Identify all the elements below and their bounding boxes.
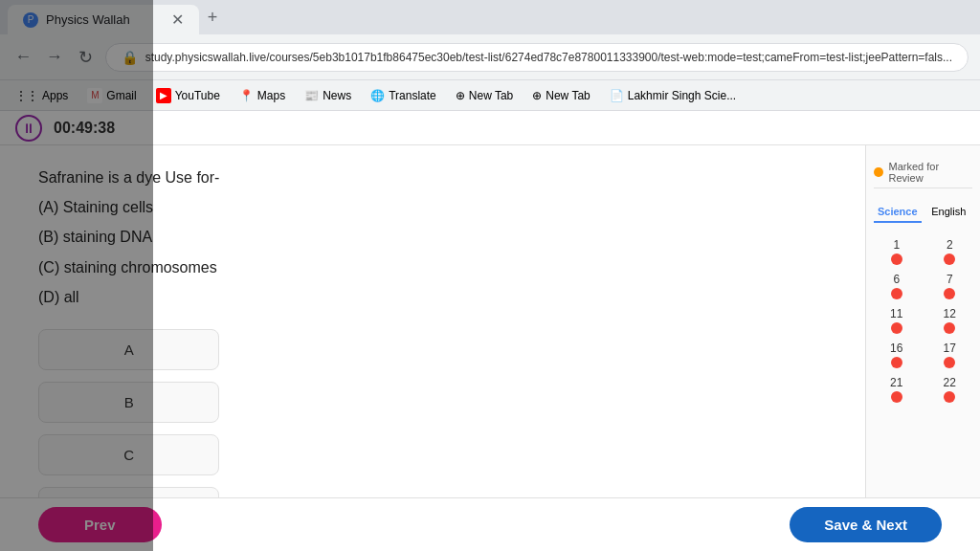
forward-button[interactable]: → [43,44,67,71]
marked-for-review-label: Marked for Review [889,161,972,184]
q-dot-22 [944,391,955,403]
q-num-17[interactable]: 17 [927,342,973,368]
gmail-label: Gmail [106,89,136,102]
newtab2-icon: ⊕ [532,89,542,102]
right-panel: Marked for Review Science English 1 2 [865,145,980,497]
translate-icon: 🌐 [370,89,385,102]
option-b-text: (B) staining DNA [38,224,219,250]
q-num-21[interactable]: 21 [874,376,920,403]
q-dot-11 [891,322,902,334]
option-d-text: (D) all [38,284,219,310]
q-dot-17 [944,357,955,368]
q-num-22[interactable]: 22 [927,376,973,403]
bookmark-youtube[interactable]: ▶ YouTube [148,86,228,105]
option-a-text: (A) Staining cells [38,194,219,220]
prev-button[interactable]: Prev [38,507,162,542]
refresh-button[interactable]: ↻ [74,44,98,71]
review-dot [874,167,883,177]
youtube-label: YouTube [175,89,220,102]
bookmark-newtab1[interactable]: ⊕ New Tab [448,87,521,104]
question-number-grid: 1 2 6 7 11 [874,238,972,403]
q-dot-12 [944,322,955,334]
q-dot-2 [944,253,955,265]
tab-close-btn[interactable]: ✕ [171,11,184,29]
url-text: study.physicswallah.live/courses/5eb3b10… [145,51,952,64]
q-num-7[interactable]: 7 [927,273,973,299]
q-dot-7 [944,288,955,299]
bookmark-apps[interactable]: ⋮⋮ Apps [8,87,76,104]
q-num-6[interactable]: 6 [874,273,920,299]
q-num-11[interactable]: 11 [874,307,920,334]
translate-label: Translate [389,89,436,102]
apps-label: Apps [42,89,68,102]
q-dot-6 [891,288,902,299]
newtab1-label: New Tab [469,89,513,102]
q-dot-21 [891,391,902,403]
q-dot-1 [891,253,902,265]
tab-favicon: P [23,12,38,28]
tab-title: Physics Wallah [46,12,130,27]
review-header: Marked for Review [874,157,972,188]
active-tab[interactable]: P Physics Wallah ✕ [8,5,199,34]
address-bar[interactable]: 🔒 study.physicswallah.live/courses/5eb3b… [105,43,969,72]
answer-option-a[interactable]: A [38,329,219,370]
maps-icon: 📍 [239,89,254,102]
newtab1-icon: ⊕ [456,89,465,102]
bookmark-lakhmir[interactable]: 📄 Lakhmir Singh Scie... [602,87,744,104]
bookmark-news[interactable]: 📰 News [297,87,359,104]
back-button[interactable]: ← [11,44,35,71]
lock-icon: 🔒 [122,50,138,65]
news-label: News [323,89,351,102]
answer-option-b[interactable]: B [38,382,219,423]
new-tab-button[interactable]: + [199,4,226,31]
q-num-16[interactable]: 16 [874,342,920,368]
q-num-12[interactable]: 12 [927,307,973,334]
lakhmir-label: Lakhmir Singh Scie... [628,89,736,102]
bookmark-newtab2[interactable]: ⊕ New Tab [524,87,597,104]
maps-label: Maps [257,89,285,102]
bookmarks-bar: ⋮⋮ Apps M Gmail ▶ YouTube 📍 Maps 📰 News … [0,80,980,111]
youtube-icon: ▶ [156,88,171,103]
q-num-2[interactable]: 2 [927,238,973,265]
save-next-button[interactable]: Save & Next [790,507,942,542]
timer-display: 00:49:38 [54,120,115,137]
option-c-text: (C) staining chromosomes [38,254,219,280]
gmail-icon: M [87,88,102,103]
apps-icon: ⋮⋮ [15,89,38,102]
lakhmir-icon: 📄 [610,89,624,102]
answer-option-d[interactable]: D [38,487,219,497]
news-icon: 📰 [304,89,319,102]
timer-bar: ⏸ 00:49:38 [0,111,980,145]
subject-tabs: Science English [874,202,972,223]
bookmark-translate[interactable]: 🌐 Translate [363,87,444,104]
tab-english[interactable]: English [925,202,973,223]
tab-science[interactable]: Science [874,202,922,223]
bottom-bar: Prev Save & Next [0,497,980,551]
answer-option-c[interactable]: C [38,434,219,475]
bookmark-maps[interactable]: 📍 Maps [232,87,293,104]
answer-options: A B C D [38,329,219,497]
main-content: Safranine is a dye Use for- (A) Staining… [0,145,980,497]
bookmark-gmail[interactable]: M Gmail [79,86,144,105]
question-text: Safranine is a dye Use for- (A) Staining… [38,165,219,310]
pause-button[interactable]: ⏸ [15,115,42,142]
q-num-1[interactable]: 1 [874,238,920,265]
newtab2-label: New Tab [546,89,590,102]
navigation-bar: ← → ↻ 🔒 study.physicswallah.live/courses… [0,34,980,80]
q-dot-16 [891,357,902,368]
question-area: Safranine is a dye Use for- (A) Staining… [0,145,865,497]
